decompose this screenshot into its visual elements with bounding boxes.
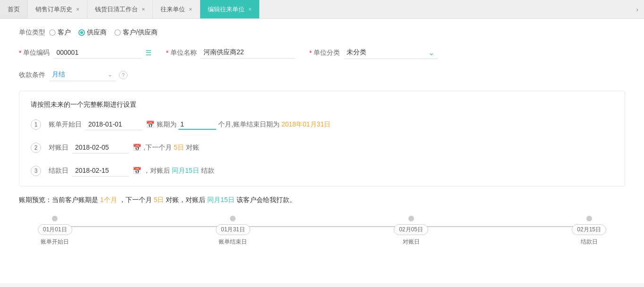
payment-terms-label: 收款条件 [19,71,45,79]
timeline-label-box-4: 02月15日 [572,224,606,235]
tab-edit-partner[interactable]: 编辑往来单位 × [200,0,260,18]
timeline-sub-2: 账单结束日 [219,238,247,246]
step-3-highlight-day: 同月15日 [172,167,199,175]
unit-code-label: 单位编码 [23,49,50,57]
radio-customer-label: 客户 [58,28,71,37]
step-3-prefix-text: ，对账后 [144,167,170,175]
timeline-label-box-1: 01月01日 [38,224,72,235]
step-3-calendar-icon[interactable]: 📅 [133,167,142,175]
unit-type-label: 单位类型 [19,28,45,37]
timeline-dot-3 [408,216,414,221]
unit-name-group: * 单位名称 [166,47,295,59]
step-1-end-date: 2018年01月31日 [281,120,330,129]
unit-category-star: * [309,49,312,57]
step-2-number: 2 [31,143,41,153]
step-2-date-input[interactable] [72,142,129,153]
step-1-row: 1 账单开始日 📅 账期为 个月,账单结束日期为 2018年01月31日 [31,118,613,130]
radio-customer-supplier-label: 客户/供应商 [123,28,158,37]
preview-end: 该客户会给我打款。 [237,196,296,203]
step-2-prefix-text: ,下一个月 [144,144,172,152]
unit-type-radio-group: 客户 供应商 客户/供应商 [49,28,158,37]
radio-customer-circle [49,29,56,36]
timeline-point-4: 02月15日 结款日 [572,216,606,246]
preview-suffix: 对账，对账后 [166,196,205,203]
radio-supplier-label: 供应商 [87,28,107,37]
unit-info-row: * 单位编码 ☰ * 单位名称 * 单位分类 未分类 ⌄ [19,46,625,59]
payment-terms-row: 收款条件 月结 ⌄ ? [19,68,625,81]
tab-more-arrow[interactable]: › [630,0,644,18]
radio-supplier[interactable]: 供应商 [78,28,107,37]
step-2-end-text: 对账 [186,144,199,152]
unit-code-copy-icon[interactable]: ☰ [145,49,152,57]
radio-customer-supplier[interactable]: 客户/供应商 [114,28,158,37]
help-icon[interactable]: ? [119,71,127,79]
step-3-label: 结款日 [49,167,68,175]
step-1-number: 1 [31,119,41,130]
step-1-label: 账单开始日 [49,120,82,129]
timeline-point-3: 02月05日 对账日 [394,216,428,246]
tab-edit-partner-close[interactable]: × [248,6,252,13]
timeline-label-box-3: 02月05日 [394,224,428,235]
timeline-point-1: 01月01日 账单开始日 [38,216,72,246]
preview-text: 账期预览：当前客户账期是 1个月 ，下一个月 5日 对账，对账后 同月15日 该… [19,196,625,204]
unit-category-select[interactable]: 未分类 ⌄ [344,46,438,59]
timeline-sub-1: 账单开始日 [41,238,69,246]
section-title: 请按照未来的一个完整帐期进行设置 [31,101,613,109]
tab-sales-history-close[interactable]: × [76,6,79,13]
step-3-date-input[interactable] [72,165,129,177]
timeline-container: 01月01日 账单开始日 01月31日 账单结束日 02月05日 对账日 02月… [19,216,625,246]
preview-months: 1个月 [100,196,117,203]
step-3-row: 3 结款日 📅 ，对账后 同月15日 结款 [31,165,613,177]
tab-cash-work[interactable]: 钱货日清工作台 × [87,0,153,18]
radio-supplier-circle [78,29,85,36]
step-2-calendar-icon[interactable]: 📅 [133,144,142,152]
unit-name-star: * [166,49,168,57]
preview-day: 5日 [153,196,164,203]
step-1-date-input[interactable] [85,118,142,130]
tab-sales-history[interactable]: 销售订单历史 × [28,0,87,18]
payment-terms-chevron-icon: ⌄ [108,71,112,78]
timeline-points: 01月01日 账单开始日 01月31日 账单结束日 02月05日 对账日 02月… [38,216,606,246]
step-1-period-input[interactable] [178,119,216,130]
step-3-number: 3 [31,166,41,176]
unit-category-label: 单位分类 [314,49,340,57]
step-2-label: 对账日 [49,144,68,152]
step-1-calendar-icon[interactable]: 📅 [146,120,155,129]
preview-pay-day: 同月15日 [207,196,235,203]
timeline-label-box-2: 01月31日 [216,224,250,235]
step-1-suffix-text: 个月,账单结束日期为 [218,120,280,129]
unit-category-value: 未分类 [344,46,424,59]
preview-mid: ，下一个月 [119,196,152,203]
tab-home[interactable]: 首页 [0,0,28,18]
settings-section: 请按照未来的一个完整帐期进行设置 1 账单开始日 📅 账期为 个月,账单结束日期… [19,91,625,186]
timeline-sub-4: 结款日 [581,238,598,246]
radio-customer[interactable]: 客户 [49,28,71,37]
step-1-mid-text: 账期为 [157,120,177,129]
tab-cash-work-close[interactable]: × [142,6,145,13]
timeline-sub-3: 对账日 [403,238,420,246]
unit-category-group: * 单位分类 未分类 ⌄ [309,46,438,59]
timeline-point-2: 01月31日 账单结束日 [216,216,250,246]
step-3-end-text: 结款 [201,167,214,175]
category-chevron-icon: ⌄ [424,48,438,57]
unit-name-label: 单位名称 [170,49,197,57]
step-2-row: 2 对账日 📅 ,下一个月 5日 对账 [31,142,613,153]
step-2-highlight-day: 5日 [174,144,184,152]
timeline-dot-4 [586,216,592,221]
payment-terms-select[interactable]: 月结 ⌄ [49,68,115,81]
tab-bar: 首页 销售订单历史 × 钱货日清工作台 × 往来单位 × 编辑往来单位 × › [0,0,644,19]
tab-partner[interactable]: 往来单位 × [153,0,200,18]
tab-partner-close[interactable]: × [189,6,192,13]
timeline-dot-1 [52,216,58,221]
unit-name-input[interactable] [201,47,295,59]
unit-type-row: 单位类型 客户 供应商 客户/供应商 [19,28,625,37]
unit-code-star: * [19,49,21,57]
unit-code-group: * 单位编码 ☰ [19,47,152,59]
preview-prefix: 账期预览：当前客户账期是 [19,196,98,203]
radio-customer-supplier-circle [114,29,121,36]
timeline-dot-2 [230,216,236,221]
unit-code-input[interactable] [53,47,142,59]
payment-terms-value: 月结 [52,70,105,79]
main-content: 单位类型 客户 供应商 客户/供应商 * 单位编码 ☰ * [0,19,644,283]
